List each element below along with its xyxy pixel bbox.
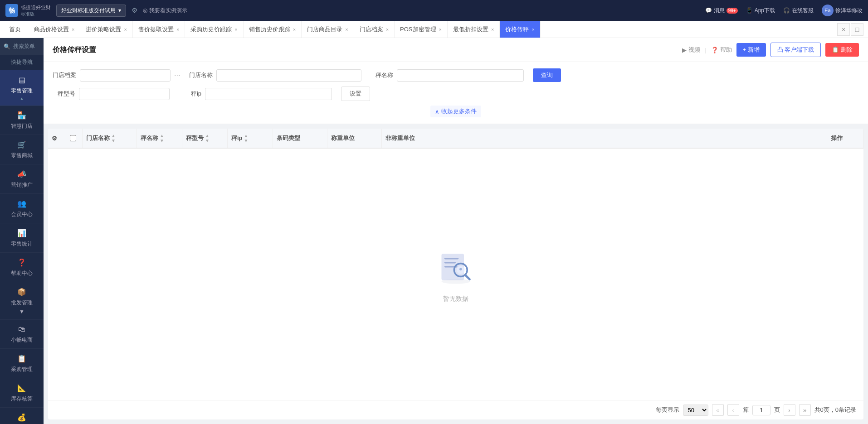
tab-pos-manage[interactable]: POS加密管理 × xyxy=(395,21,448,38)
video-label: 视频 xyxy=(688,46,700,54)
maximize-tab-btn[interactable]: □ xyxy=(851,23,863,36)
tab-sales-history[interactable]: 销售历史价跟踪 × xyxy=(244,21,302,38)
sidebar-item-small-ecom[interactable]: 🛍 小畅电商 xyxy=(0,320,44,349)
download-button[interactable]: 凸 客户端下载 xyxy=(770,43,821,57)
store-file-input[interactable] xyxy=(80,69,171,82)
tab-close-icon[interactable]: × xyxy=(491,27,494,32)
messages-btn[interactable]: 💬 消息 99+ xyxy=(705,7,738,14)
settings-icon[interactable]: ⚙ xyxy=(132,6,137,14)
sidebar: 🔍 搜索菜单 快捷导航 ▤ 零售管理 🏪 智慧门店 🛒 零售商城 📣 营销推广 … xyxy=(0,38,44,424)
query-button[interactable]: 查询 xyxy=(533,68,561,82)
demo-label: 我要看实例演示 xyxy=(149,7,187,14)
tab-close-icon[interactable]: × xyxy=(345,27,348,32)
next-page-btn[interactable]: › xyxy=(784,404,795,416)
th-settings[interactable]: ⚙ xyxy=(48,129,66,148)
video-link[interactable]: ▶ 视频 xyxy=(682,46,700,54)
store-name-label: 门店名称 xyxy=(189,71,213,79)
sidebar-item-member-center[interactable]: 👥 会员中心 xyxy=(0,194,44,223)
select-all-checkbox[interactable] xyxy=(70,135,76,141)
circle-icon: ◎ xyxy=(143,7,147,14)
last-page-btn[interactable]: » xyxy=(799,404,811,416)
sidebar-item-retail-mall[interactable]: 🛒 零售商城 xyxy=(0,135,44,164)
first-page-btn[interactable]: « xyxy=(712,404,724,416)
question-icon: ❓ xyxy=(711,47,718,53)
scale-name-label: 秤名称 xyxy=(371,71,393,79)
add-button[interactable]: + 新增 xyxy=(736,43,766,57)
scale-ip-label: 秤ip xyxy=(179,90,201,98)
tab-purchase-strategy[interactable]: 进价策略设置 × xyxy=(80,21,132,38)
delete-button[interactable]: 📋 删除 xyxy=(825,43,859,57)
version-selector[interactable]: 好业财标准版交付试用 ▾ xyxy=(56,5,126,17)
sidebar-item-retail-stats[interactable]: 📊 零售统计 xyxy=(0,223,44,253)
tab-close-icon[interactable]: × xyxy=(72,27,74,32)
th-label: 称重单位 xyxy=(331,134,355,142)
scale-ip-input[interactable] xyxy=(205,88,332,100)
sidebar-quick-nav[interactable]: 快捷导航 xyxy=(0,55,44,70)
tab-close-icon[interactable]: × xyxy=(439,27,442,32)
tab-purchase-history[interactable]: 采购历史价跟踪 × xyxy=(185,21,243,38)
scale-name-input[interactable] xyxy=(397,69,524,82)
tab-close-icon[interactable]: × xyxy=(386,27,389,32)
tab-store-file[interactable]: 门店档案 × xyxy=(354,21,395,38)
app-download-btn[interactable]: 📱 App下载 xyxy=(746,7,775,14)
collapse-btn[interactable]: ∧ 收起更多条件 xyxy=(430,106,481,117)
settings-button[interactable]: 设置 xyxy=(341,87,370,101)
tab-close-icon[interactable]: × xyxy=(234,27,237,32)
help-label: 帮助 xyxy=(720,46,732,54)
collapse-label: 收起更多条件 xyxy=(441,107,477,116)
add-label: + 新增 xyxy=(743,46,760,54)
tab-close-icon[interactable]: × xyxy=(176,27,179,32)
prev-page-btn[interactable]: ‹ xyxy=(727,404,739,416)
query-label: 查询 xyxy=(541,71,553,79)
help-link[interactable]: ❓ 帮助 xyxy=(711,46,732,54)
main-content: 价格传秤设置 ▶ 视频 | ❓ 帮助 + 新增 凸 客户端下载 📋 xyxy=(44,38,868,424)
sidebar-item-help-center[interactable]: ❓ 帮助中心 xyxy=(0,253,44,282)
tab-product-price[interactable]: 商品价格设置 × xyxy=(28,21,80,38)
online-service-btn[interactable]: 🎧 在线客服 xyxy=(783,7,814,14)
demo-link[interactable]: ◎ 我要看实例演示 xyxy=(143,7,187,14)
svg-line-7 xyxy=(465,275,470,279)
sidebar-item-wholesale-manage[interactable]: 📦 批发管理 xyxy=(0,282,44,320)
sort-icon: ▲▼ xyxy=(205,133,210,143)
tab-home[interactable]: 首页 xyxy=(2,21,28,38)
inventory-icon: 📐 xyxy=(17,384,26,392)
page-number-input[interactable] xyxy=(752,405,770,415)
sidebar-search[interactable]: 🔍 搜索菜单 xyxy=(0,38,44,55)
scale-model-input[interactable] xyxy=(79,88,170,100)
sidebar-item-retail-manage[interactable]: ▤ 零售管理 xyxy=(0,70,44,106)
tab-sale-extract[interactable]: 售价提取设置 × xyxy=(133,21,185,38)
empty-state: 暂无数据 xyxy=(48,149,863,400)
ellipsis-btn[interactable]: ··· xyxy=(174,71,180,79)
th-checkbox[interactable] xyxy=(66,129,83,148)
sidebar-item-label: 批发管理 xyxy=(11,299,33,307)
sidebar-item-finance[interactable]: 💰 资金管理 xyxy=(0,408,44,424)
sidebar-item-marketing[interactable]: 📣 营销推广 xyxy=(0,164,44,194)
tab-price-scale[interactable]: 价格传秤 × xyxy=(500,21,540,38)
store-name-input[interactable] xyxy=(216,69,361,82)
tab-min-discount[interactable]: 最低折扣设置 × xyxy=(448,21,500,38)
th-label: 门店名称 xyxy=(86,134,110,142)
sidebar-item-inventory[interactable]: 📐 库存核算 xyxy=(0,378,44,408)
tab-label: 销售历史价跟踪 xyxy=(249,25,290,34)
ecom-icon: 🛍 xyxy=(18,325,25,333)
tab-close-icon[interactable]: × xyxy=(293,27,296,32)
sidebar-item-label: 零售管理 xyxy=(11,87,33,95)
page-header: 价格传秤设置 ▶ 视频 | ❓ 帮助 + 新增 凸 客户端下载 📋 xyxy=(44,38,868,62)
user-menu[interactable]: Ea 徐泽华修改 xyxy=(822,5,863,16)
tab-store-catalog[interactable]: 门店商品目录 × xyxy=(302,21,354,38)
th-operation: 操作 xyxy=(827,129,863,148)
tab-label: 门店档案 xyxy=(360,25,383,34)
table-header: ⚙ 门店名称 ▲▼ 秤名称 ▲▼ 秤型号 ▲▼ 秤ip xyxy=(48,129,863,149)
sidebar-item-purchase-manage[interactable]: 📋 采购管理 xyxy=(0,349,44,378)
tab-close-icon[interactable]: × xyxy=(124,27,127,32)
tab-close-icon[interactable]: × xyxy=(532,27,534,32)
th-store-name[interactable]: 门店名称 ▲▼ xyxy=(83,129,137,148)
sidebar-item-smart-store[interactable]: 🏪 智慧门店 xyxy=(0,106,44,135)
th-scale-ip[interactable]: 秤ip ▲▼ xyxy=(228,129,273,148)
th-scale-model[interactable]: 秤型号 ▲▼ xyxy=(182,129,228,148)
close-tab-btn[interactable]: × xyxy=(837,23,850,36)
page-size-select[interactable]: 50 10 20 100 xyxy=(683,405,708,416)
download-label: 凸 客户端下载 xyxy=(777,46,814,54)
sidebar-item-label: 库存核算 xyxy=(11,395,33,403)
th-scale-name[interactable]: 秤名称 ▲▼ xyxy=(137,129,182,148)
